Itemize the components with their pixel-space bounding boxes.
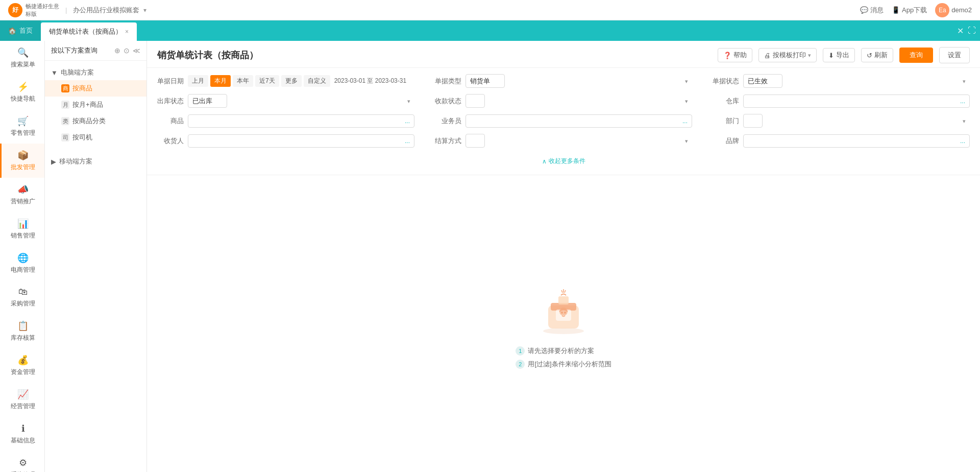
brand-dots[interactable]: ... [960, 137, 965, 145]
sidebar-item-wholesale[interactable]: 📦 批发管理 [0, 144, 44, 178]
message-btn[interactable]: 💬 消息 [860, 6, 884, 15]
main-layout: 🔍 搜索菜单 ⚡ 快捷导航 🛒 零售管理 📦 批发管理 📣 营销推广 📊 销售管… [0, 41, 980, 472]
add-scheme-btn[interactable]: ⊕ [114, 46, 120, 55]
svg-rect-7 [558, 296, 569, 304]
tree-header-desktop[interactable]: ▼ 电脑端方案 [45, 65, 146, 80]
tree-section: ▼ 电脑端方案 商 按商品 月 按月+商品 类 按商品分类 司 按司机 [45, 61, 146, 150]
sidebar-item-marketing[interactable]: 📣 营销推广 [0, 178, 44, 212]
salesperson-dots[interactable]: ... [682, 117, 688, 125]
filter-warehouse-group: 仓库 ... [713, 95, 970, 108]
date-label: 单据日期 [157, 77, 188, 86]
marketing-icon: 📣 [17, 184, 29, 195]
out-status-label: 出库状态 [157, 97, 188, 106]
empty-state: 1 请先选择要分析的方案 2 用[过滤]条件来缩小分析范围 [147, 175, 980, 472]
receiver-control[interactable]: ... [188, 134, 414, 148]
receiver-dots[interactable]: ... [405, 137, 410, 145]
product-dots[interactable]: ... [405, 117, 410, 125]
sidebar-item-operations[interactable]: 📈 经营管理 [0, 383, 44, 417]
doc-type-select-wrapper: 销货单 [465, 74, 692, 88]
payment-status-select[interactable] [465, 94, 485, 108]
warehouse-control[interactable]: ... [743, 95, 970, 108]
left-panel-header: 按以下方案查询 ⊕ ⊙ ≪ [45, 41, 146, 61]
print-btn[interactable]: 🖨 按模板打印 ▾ [758, 48, 817, 62]
date-pill-7days[interactable]: 近7天 [255, 75, 279, 87]
export-btn[interactable]: ⬇ 导出 [823, 48, 855, 62]
date-range: 2023-03-01 至 2023-03-31 [334, 77, 406, 85]
info-icon: ℹ [21, 423, 25, 434]
salesperson-control[interactable]: ... [465, 114, 692, 128]
date-pill-this-month[interactable]: 本月 [210, 75, 231, 87]
doc-type-select[interactable]: 销货单 [465, 74, 505, 88]
brand-control[interactable]: ... [743, 134, 970, 148]
user-avatar-btn[interactable]: Ea demo2 [935, 3, 972, 17]
filter-department-group: 部门 [713, 114, 970, 128]
help-icon: ❓ [723, 52, 731, 59]
refresh-icon: ↺ [867, 52, 872, 59]
close-tab-btn[interactable]: ✕ [957, 26, 964, 36]
query-btn[interactable]: 查询 [899, 48, 933, 63]
left-panel-actions: ⊕ ⊙ ≪ [114, 46, 140, 55]
settings-scheme-btn[interactable]: ⊙ [124, 46, 130, 55]
filter-row-1: 单据日期 上月 本月 本年 近7天 更多 自定义 2023-03-01 至 20… [157, 74, 970, 88]
settings-btn[interactable]: 设置 [939, 47, 970, 63]
refresh-btn[interactable]: ↺ 刷新 [861, 48, 893, 62]
retail-icon: 🛒 [17, 115, 29, 127]
empty-tips: 1 请先选择要分析的方案 2 用[过滤]条件来缩小分析范围 [516, 346, 611, 373]
sidebar-item-basic-info[interactable]: ℹ 基础信息 [0, 417, 44, 451]
app-download-btn[interactable]: 📱 App下载 [892, 6, 927, 15]
warehouse-label: 仓库 [713, 97, 743, 106]
sidebar-item-quicknav[interactable]: ⚡ 快捷导航 [0, 75, 44, 109]
sidebar-item-inventory[interactable]: 📋 库存核算 [0, 314, 44, 348]
filter-row-2: 出库状态 已出库 收款状态 [157, 94, 970, 108]
home-icon: 🏠 [8, 27, 16, 35]
salesperson-label: 业务员 [435, 116, 465, 126]
out-status-select[interactable]: 已出库 [188, 94, 227, 108]
tab-active[interactable]: 销货单统计表（按商品） × [41, 22, 137, 41]
svg-line-8 [561, 290, 562, 293]
collapse-btn[interactable]: ∧ 收起更多条件 [157, 154, 970, 169]
help-btn[interactable]: ❓ 帮助 [718, 48, 752, 62]
download-icon: 📱 [892, 6, 900, 14]
filter-brand-group: 品牌 ... [713, 134, 970, 148]
sidebar-item-system[interactable]: ⚙ 系统管理 [0, 451, 44, 472]
svg-point-4 [559, 308, 568, 316]
tree-header-mobile[interactable]: ▶ 移动端方案 [45, 154, 146, 169]
date-pill-last-month[interactable]: 上月 [188, 75, 208, 87]
tree-item-by-category[interactable]: 类 按商品分类 [45, 113, 146, 129]
expand-btn[interactable]: ⛶ [968, 26, 976, 35]
collapse-up-icon: ∧ [542, 158, 547, 165]
svg-point-6 [564, 312, 566, 314]
topbar-left: 好 畅捷通好生意 标版 | 办公用品行业模拟账套 ▾ [8, 3, 146, 17]
tab-close-icon[interactable]: × [125, 28, 129, 35]
filter-receiver-group: 收货人 ... [157, 134, 414, 148]
sidebar-item-retail[interactable]: 🛒 零售管理 [0, 109, 44, 144]
date-pill-this-year[interactable]: 本年 [233, 75, 253, 87]
sidebar-item-ecommerce[interactable]: 🌐 电商管理 [0, 246, 44, 280]
sidebar-item-finance[interactable]: 💰 资金管理 [0, 348, 44, 383]
tree-item-by-product[interactable]: 商 按商品 [45, 80, 146, 97]
tree-item-by-month-product[interactable]: 月 按月+商品 [45, 97, 146, 113]
tip-number-2: 2 [516, 360, 525, 369]
date-pill-more[interactable]: 更多 [281, 75, 302, 87]
operations-icon: 📈 [17, 389, 29, 400]
sidebar-item-sales[interactable]: 📊 销售管理 [0, 212, 44, 246]
warehouse-dots[interactable]: ... [960, 98, 965, 105]
quicknav-icon: ⚡ [17, 81, 29, 92]
sales-icon: 📊 [17, 218, 29, 229]
sidebar-item-purchase[interactable]: 🛍 采购管理 [0, 280, 44, 314]
doc-status-select[interactable]: 已生效 [743, 74, 782, 88]
logo-text: 畅捷通好生意 标版 [26, 3, 59, 17]
receiver-label: 收货人 [157, 136, 188, 146]
settlement-select[interactable] [465, 134, 485, 148]
date-pill-custom[interactable]: 自定义 [304, 75, 330, 87]
product-label: 商品 [157, 116, 188, 126]
product-control[interactable]: ... [188, 114, 414, 128]
department-select[interactable] [743, 114, 763, 128]
collapse-panel-btn[interactable]: ≪ [133, 46, 140, 55]
tab-home[interactable]: 🏠 首页 [0, 20, 41, 41]
inventory-icon: 📋 [17, 320, 29, 332]
filter-out-status-group: 出库状态 已出库 [157, 94, 414, 108]
doc-type-label: 单据类型 [435, 77, 465, 86]
tree-item-by-driver[interactable]: 司 按司机 [45, 129, 146, 146]
sidebar-item-search[interactable]: 🔍 搜索菜单 [0, 41, 44, 75]
